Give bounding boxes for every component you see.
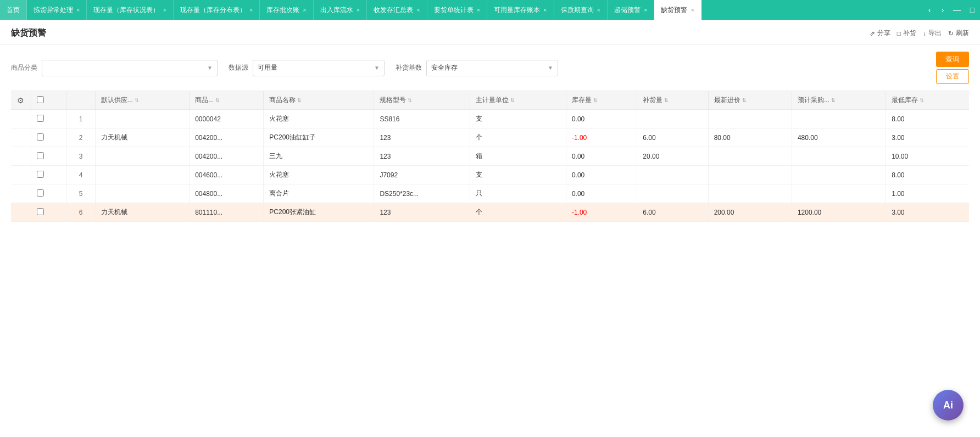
close-icon[interactable]: ×	[597, 7, 600, 13]
tab-batch-account[interactable]: 库存批次账 ×	[260, 0, 313, 20]
sort-estimated-purchase[interactable]: 预计采购... ⇅	[798, 96, 836, 105]
row-min-stock: 3.00	[886, 203, 969, 222]
row-item-code: 801110...	[190, 203, 264, 222]
share-button[interactable]: ⇗ 分享	[870, 29, 890, 38]
page-header: 缺货预警 ⇗ 分享 □ 补货 ↓ 导出 ↻ 刷新	[0, 20, 980, 45]
sort-item-name[interactable]: 商品名称 ⇅	[269, 96, 302, 105]
replenish-base-select[interactable]: 安全库存 ▼	[426, 60, 558, 76]
datasource-select[interactable]: 可用量 ▼	[253, 60, 385, 76]
tab-inventory-status[interactable]: 现存量（库存状况表） ×	[87, 0, 173, 20]
query-button[interactable]: 查询	[936, 52, 969, 67]
table-row[interactable]: 6 力天机械 801110... PC200张紧油缸 123 个 -1.00 6…	[11, 203, 969, 222]
table-container: ⚙ 默认供应... ⇅ 商品...	[0, 91, 980, 222]
tab-flow[interactable]: 出入库流水 ×	[314, 0, 367, 20]
sort-latest-price[interactable]: 最新进价 ⇅	[714, 96, 747, 105]
row-replenish: 6.00	[637, 128, 708, 147]
sort-unit[interactable]: 主计量单位 ⇅	[476, 96, 515, 105]
col-unit: 主计量单位 ⇅	[470, 91, 566, 110]
sort-spec[interactable]: 规格型号 ⇅	[380, 96, 412, 105]
row-number: 4	[66, 166, 96, 184]
row-select-checkbox[interactable]	[37, 171, 44, 178]
sort-icon: ⇅	[135, 98, 139, 103]
row-item-name: 三九	[264, 147, 374, 166]
tab-home[interactable]: 首页	[0, 0, 27, 20]
col-spec: 规格型号 ⇅	[374, 91, 470, 110]
sort-replenish[interactable]: 补货量 ⇅	[643, 96, 669, 105]
window-minimize[interactable]: —	[949, 0, 965, 20]
chevron-down-icon: ▼	[374, 65, 380, 71]
row-unit: 只	[470, 184, 566, 203]
close-icon[interactable]: ×	[691, 7, 694, 13]
category-select[interactable]: ▼	[42, 60, 218, 76]
row-number: 6	[66, 203, 96, 222]
tab-available-stock[interactable]: 可用量库存账本 ×	[487, 0, 554, 20]
close-icon[interactable]: ×	[357, 7, 360, 13]
row-select-checkbox[interactable]	[37, 133, 44, 141]
close-icon[interactable]: ×	[416, 7, 420, 13]
row-select-checkbox[interactable]	[37, 115, 44, 122]
tab-nav-buttons: ‹ › — □	[923, 0, 980, 20]
col-supplier: 默认供应... ⇅	[95, 91, 189, 110]
row-checkbox	[31, 147, 66, 166]
row-select-checkbox[interactable]	[37, 208, 44, 215]
row-stock: -1.00	[566, 203, 637, 222]
sort-item-code[interactable]: 商品... ⇅	[195, 96, 220, 105]
table-row[interactable]: 1 0000042 火花塞 SS816 支 0.00 8.00	[11, 110, 969, 128]
close-icon[interactable]: ×	[303, 7, 306, 13]
sort-icon: ⇅	[593, 98, 598, 103]
row-item-name: 火花塞	[264, 166, 374, 184]
export-button[interactable]: ↓ 导出	[923, 29, 942, 38]
sort-stock[interactable]: 库存量 ⇅	[572, 96, 598, 105]
table-row[interactable]: 2 力天机械 004200... PC200油缸缸子 123 个 -1.00 6…	[11, 128, 969, 147]
table-row[interactable]: 4 004600... 火花塞 J7092 支 0.00 8.00	[11, 166, 969, 184]
page-title: 缺货预警	[11, 27, 46, 39]
tab-expiry[interactable]: 保质期查询 ×	[554, 0, 608, 20]
close-icon[interactable]: ×	[644, 7, 647, 13]
row-min-stock: 1.00	[886, 184, 969, 203]
row-unit: 个	[470, 128, 566, 147]
close-icon[interactable]: ×	[477, 7, 480, 13]
close-icon[interactable]: ×	[543, 7, 547, 13]
refresh-button[interactable]: ↻ 刷新	[948, 29, 969, 38]
row-replenish: 20.00	[637, 147, 708, 166]
row-stock: 0.00	[566, 184, 637, 203]
tab-inventory-dist[interactable]: 现存量（库存分布表） ×	[174, 0, 260, 20]
tab-scroll-right[interactable]: ›	[936, 0, 949, 20]
sort-icon: ⇅	[215, 98, 220, 103]
gear-icon[interactable]: ⚙	[17, 96, 24, 105]
row-supplier: 力天机械	[95, 128, 189, 147]
replenish-button[interactable]: □ 补货	[897, 29, 916, 38]
tab-summary[interactable]: 收发存汇总表 ×	[367, 0, 427, 20]
select-all-checkbox[interactable]	[37, 96, 44, 103]
tab-overstock[interactable]: 超储预警 ×	[608, 0, 654, 20]
action-buttons: 查询 设置	[936, 52, 969, 84]
row-replenish	[637, 166, 708, 184]
table-row[interactable]: 5 004800... 离合片 DS250*23c... 只 0.00 1.00	[11, 184, 969, 203]
table-row[interactable]: 3 004200... 三九 123 箱 0.00 20.00 10.00	[11, 147, 969, 166]
row-estimated-purchase	[792, 110, 886, 128]
row-gear	[11, 110, 31, 128]
close-icon[interactable]: ×	[249, 7, 253, 13]
ai-assistant-button[interactable]: Ai	[933, 390, 964, 421]
sort-min-stock[interactable]: 最低库存 ⇅	[892, 96, 924, 105]
row-select-checkbox[interactable]	[37, 189, 44, 197]
category-label: 商品分类	[11, 63, 37, 72]
row-unit: 支	[470, 110, 566, 128]
tab-order-stats[interactable]: 要货单统计表 ×	[427, 0, 487, 20]
sort-icon: ⇅	[408, 98, 412, 103]
row-min-stock: 10.00	[886, 147, 969, 166]
tab-scroll-left[interactable]: ‹	[923, 0, 936, 20]
row-item-code: 0000042	[190, 110, 264, 128]
row-min-stock: 3.00	[886, 128, 969, 147]
sort-supplier[interactable]: 默认供应... ⇅	[101, 96, 139, 105]
sort-icon: ⇅	[297, 98, 302, 103]
filter-group-replenish-base: 补货基数 安全库存 ▼	[396, 60, 558, 76]
close-icon[interactable]: ×	[76, 7, 80, 13]
row-select-checkbox[interactable]	[37, 152, 44, 159]
tab-pick-exception[interactable]: 拣货异常处理 ×	[27, 0, 87, 20]
close-icon[interactable]: ×	[163, 7, 166, 13]
window-maximize[interactable]: □	[965, 0, 980, 20]
tab-shortage[interactable]: 缺货预警 ×	[654, 0, 701, 20]
settings-button[interactable]: 设置	[936, 69, 969, 84]
row-latest-price	[708, 147, 792, 166]
